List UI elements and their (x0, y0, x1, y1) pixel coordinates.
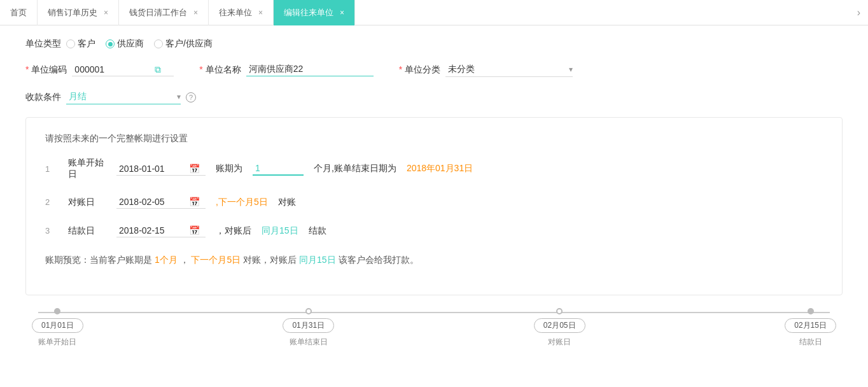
unit-type-row: 单位类型 客户 供应商 客户/供应商 (25, 38, 843, 50)
preview-suffix: 该客户会给我打款。 (339, 255, 419, 265)
radio-both-circle (154, 39, 163, 48)
radio-supplier-label: 供应商 (117, 38, 144, 50)
timeline-dot-3 (556, 308, 563, 314)
period-row-3-date-input[interactable] (116, 224, 186, 237)
payment-terms-value: 月结 (66, 90, 174, 104)
unit-code-label: 单位编码 (25, 64, 67, 76)
tab-partner-label: 往来单位 (219, 7, 252, 18)
radio-both[interactable]: 客户/供应商 (154, 38, 213, 50)
timeline-dot-1 (54, 308, 60, 314)
timeline-label-4: 结款日 (799, 337, 822, 348)
tab-edit-partner[interactable]: 编辑往来单位 × (274, 0, 355, 25)
timeline-label-2: 账单结束日 (290, 337, 328, 348)
period-box-title: 请按照未来的一个完整帐期进行设置 (45, 133, 823, 144)
unit-category-label: 单位分类 (399, 64, 440, 76)
period-row-1-cal-icon[interactable]: 📅 (189, 164, 200, 174)
timeline-dot-2 (305, 308, 312, 314)
tab-edit-partner-close[interactable]: × (340, 8, 344, 17)
period-row-3: 3 结款日 📅 ，对账后 同月15日 结款 (45, 224, 823, 237)
timeline-label-3: 对账日 (548, 337, 571, 348)
unit-name-input[interactable] (246, 63, 374, 76)
tab-sales-history-label: 销售订单历史 (48, 7, 97, 18)
unit-type-radios: 客户 供应商 客户/供应商 (66, 38, 213, 50)
tab-sales-history-close[interactable]: × (104, 8, 108, 17)
unit-name-label: 单位名称 (199, 64, 241, 76)
preview-prefix: 账期预览：当前客户账期是 (45, 255, 152, 265)
unit-category-chevron: ▾ (569, 65, 573, 74)
tab-cash-work-close[interactable]: × (193, 8, 198, 17)
preview-highlight2: 下一个月5日 (191, 255, 241, 265)
tab-expand-button[interactable]: › (850, 7, 868, 18)
timeline-badge-1: 01月01日 (32, 318, 83, 333)
preview-highlight1: 1个月 (155, 255, 178, 265)
period-row-3-cal-icon[interactable]: 📅 (189, 225, 200, 236)
unit-code-input[interactable] (72, 63, 155, 76)
tab-bar: 首页 销售订单历史 × 钱货日清工作台 × 往来单位 × 编辑往来单位 × › (0, 0, 868, 25)
timeline-badge-2: 01月31日 (283, 318, 334, 333)
unit-code-group: 单位编码 ⧉ (25, 63, 174, 76)
period-row-2-label: 对账日 (68, 197, 106, 208)
unit-code-copy-icon[interactable]: ⧉ (155, 64, 161, 75)
payment-terms-chevron: ▾ (177, 92, 181, 101)
period-row-2: 2 对账日 📅 ,下一个月5日 对账 (45, 195, 823, 209)
radio-supplier-circle (106, 39, 115, 48)
tab-home-label: 首页 (10, 7, 27, 18)
period-row-2-date: 📅 (116, 195, 206, 209)
tab-cash-work-label: 钱货日清工作台 (129, 7, 187, 18)
unit-name-group: 单位名称 (199, 63, 373, 76)
radio-customer-label: 客户 (78, 38, 95, 50)
period-row-1-label: 账单开始日 (68, 157, 106, 180)
timeline-wrapper: 01月01日 账单开始日 01月31日 账单结束日 02月05日 对账日 (25, 308, 843, 348)
period-row-3-suffix: 结款 (309, 225, 326, 237)
period-row-3-label: 结款日 (68, 225, 106, 237)
payment-terms-help-icon[interactable]: ? (186, 92, 196, 102)
period-row-3-highlight: 同月15日 (262, 225, 298, 237)
period-row-1-num: 1 (45, 164, 58, 174)
period-row-2-suffix: 对账 (278, 197, 296, 208)
unit-type-group: 单位类型 客户 供应商 客户/供应商 (25, 38, 213, 50)
period-row-1: 1 账单开始日 📅 账期为 个月,账单结束日期为 2018年01月31日 (45, 157, 823, 180)
timeline-point-3: 02月05日 对账日 (534, 308, 585, 348)
radio-customer[interactable]: 客户 (66, 38, 95, 50)
unit-category-select[interactable]: 未分类 ▾ (445, 62, 573, 77)
tab-edit-partner-label: 编辑往来单位 (284, 7, 333, 18)
main-content: 单位类型 客户 供应商 客户/供应商 单位编码 (0, 25, 868, 387)
timeline-point-4: 02月15日 结款日 (785, 308, 836, 348)
period-box: 请按照未来的一个完整帐期进行设置 1 账单开始日 📅 账期为 个月,账单结束日期… (25, 117, 843, 295)
timeline-section: 01月01日 账单开始日 01月31日 账单结束日 02月05日 对账日 (25, 308, 843, 348)
period-row-3-date: 📅 (116, 224, 206, 237)
tab-partner[interactable]: 往来单位 × (209, 0, 274, 25)
period-row-1-end-date: 2018年01月31日 (407, 163, 473, 174)
payment-terms-group: 收款条件 月结 ▾ ? (25, 90, 196, 104)
unit-type-label: 单位类型 (25, 38, 61, 50)
period-row-3-prefix: ，对账后 (216, 225, 251, 237)
period-row-2-cal-icon[interactable]: 📅 (189, 197, 200, 207)
timeline-point-2: 01月31日 账单结束日 (283, 308, 334, 348)
preview-highlight3: 同月15日 (299, 255, 338, 265)
radio-customer-circle (66, 39, 75, 48)
period-row-1-date-input[interactable] (116, 162, 186, 175)
period-row-2-num: 2 (45, 197, 58, 207)
timeline-badge-3: 02月05日 (534, 318, 585, 333)
unit-category-value: 未分类 (445, 62, 566, 76)
preview-mid2: 对账，对账后 (243, 255, 297, 265)
period-row-2-date-input[interactable] (116, 195, 186, 208)
tab-partner-close[interactable]: × (258, 8, 263, 17)
preview-mid1: ， (180, 255, 189, 265)
radio-both-label: 客户/供应商 (165, 38, 213, 50)
timeline-label-1: 账单开始日 (38, 337, 76, 348)
tab-sales-history[interactable]: 销售订单历史 × (38, 0, 119, 25)
preview-text: 账期预览：当前客户账期是 1个月 ， 下一个月5日 对账，对账后 同月15日 该… (45, 253, 823, 267)
unit-fields-row: 单位编码 ⧉ 单位名称 单位分类 未分类 ▾ (25, 62, 843, 77)
payment-terms-select[interactable]: 月结 ▾ (66, 90, 181, 104)
timeline-point-1: 01月01日 账单开始日 (32, 308, 83, 348)
radio-supplier[interactable]: 供应商 (106, 38, 144, 50)
period-row-1-suffix: 个月,账单结束日期为 (314, 163, 396, 174)
period-num-input[interactable] (253, 162, 304, 176)
period-row-1-prefix: 账期为 (216, 163, 242, 174)
timeline-points: 01月01日 账单开始日 01月31日 账单结束日 02月05日 对账日 (32, 308, 836, 348)
tab-home[interactable]: 首页 (0, 0, 38, 25)
tab-cash-work[interactable]: 钱货日清工作台 × (119, 0, 209, 25)
period-row-2-highlight: ,下一个月5日 (216, 197, 268, 208)
timeline-dot-4 (808, 308, 814, 314)
